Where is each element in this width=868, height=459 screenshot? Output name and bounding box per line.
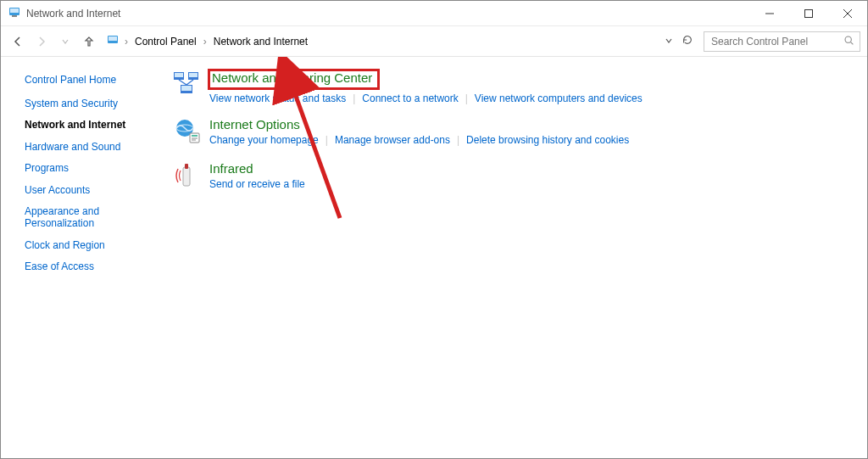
link-manage-addons[interactable]: Manage browser add-ons [335, 134, 450, 146]
app-icon [8, 5, 21, 21]
svg-rect-1 [10, 8, 19, 13]
category-links: View network status and tasks | Connect … [209, 92, 643, 104]
sidebar-item-hardware-sound[interactable]: Hardware and Sound [25, 141, 162, 153]
address-dropdown-button[interactable] [661, 36, 676, 48]
address-bar-controls [661, 31, 860, 52]
link-change-homepage[interactable]: Change your homepage [209, 134, 319, 146]
category-links: Change your homepage | Manage browser ad… [209, 134, 629, 146]
infrared-icon [170, 162, 204, 193]
recent-dropdown[interactable] [55, 31, 75, 52]
sidebar-item-system-security[interactable]: System and Security [25, 98, 162, 109]
forward-button[interactable] [31, 31, 52, 52]
window-title: Network and Internet [26, 8, 120, 20]
link-delete-history[interactable]: Delete browsing history and cookies [466, 134, 629, 146]
svg-line-17 [179, 80, 186, 85]
category-title-internet-options[interactable]: Internet Options [209, 118, 300, 132]
nav-bar: › Control Panel › Network and Internet [1, 26, 867, 57]
svg-rect-16 [181, 86, 192, 91]
svg-line-18 [186, 80, 193, 85]
address-bar[interactable]: › Control Panel › Network and Internet [106, 32, 658, 51]
link-view-network-status[interactable]: View network status and tasks [209, 92, 346, 104]
svg-line-10 [851, 42, 854, 44]
location-icon [106, 33, 120, 49]
sidebar-item-user-accounts[interactable]: User Accounts [25, 184, 162, 196]
content-area: Network and Sharing Center View network … [162, 57, 867, 458]
category-infrared: Infrared Send or receive a file [170, 162, 859, 193]
minimize-button[interactable] [750, 1, 789, 26]
title-bar: Network and Internet [1, 1, 867, 26]
maximize-button[interactable] [789, 1, 828, 26]
network-sharing-icon [170, 70, 204, 101]
close-button[interactable] [828, 1, 867, 26]
body: Control Panel Home System and Security N… [1, 57, 867, 458]
sidebar-item-ease-of-access[interactable]: Ease of Access [25, 260, 162, 272]
svg-rect-2 [12, 15, 17, 17]
control-panel-home-link[interactable]: Control Panel Home [25, 74, 162, 86]
link-send-receive-file[interactable]: Send or receive a file [209, 178, 305, 190]
sidebar-item-network-internet[interactable]: Network and Internet [25, 119, 162, 131]
svg-rect-25 [183, 167, 190, 186]
category-links: Send or receive a file [209, 178, 305, 190]
search-box[interactable] [704, 31, 860, 52]
sidebar: Control Panel Home System and Security N… [1, 57, 162, 458]
svg-rect-14 [189, 73, 198, 77]
svg-rect-12 [175, 73, 183, 77]
svg-point-9 [845, 36, 851, 42]
svg-line-27 [293, 89, 340, 218]
chevron-right-icon: › [203, 36, 207, 48]
breadcrumb-item[interactable]: Control Panel [133, 32, 198, 51]
back-button[interactable] [8, 31, 28, 52]
sidebar-item-appearance[interactable]: Appearance and Personalization [25, 205, 135, 230]
svg-rect-4 [805, 9, 813, 17]
window-buttons [750, 1, 867, 26]
sidebar-item-programs[interactable]: Programs [25, 162, 162, 174]
annotation-arrow [162, 57, 857, 422]
up-button[interactable] [79, 31, 99, 52]
svg-rect-26 [185, 164, 188, 169]
internet-options-icon [170, 118, 204, 148]
search-icon[interactable] [843, 35, 854, 48]
category-internet-options: Internet Options Change your homepage | … [170, 118, 859, 148]
sidebar-item-clock-region[interactable]: Clock and Region [25, 239, 162, 251]
chevron-right-icon: › [125, 36, 128, 48]
refresh-button[interactable] [682, 34, 693, 48]
link-view-network-computers[interactable]: View network computers and devices [475, 92, 643, 104]
search-input[interactable] [709, 35, 843, 48]
category-title-infrared[interactable]: Infrared [209, 162, 253, 176]
category-title-network-sharing[interactable]: Network and Sharing Center [208, 69, 380, 90]
link-connect-network[interactable]: Connect to a network [362, 92, 458, 104]
category-network-sharing: Network and Sharing Center View network … [170, 70, 859, 104]
svg-rect-8 [108, 36, 117, 41]
breadcrumb-item[interactable]: Network and Internet [212, 32, 309, 51]
control-panel-window: Network and Internet › Control Panel › N… [0, 0, 868, 459]
